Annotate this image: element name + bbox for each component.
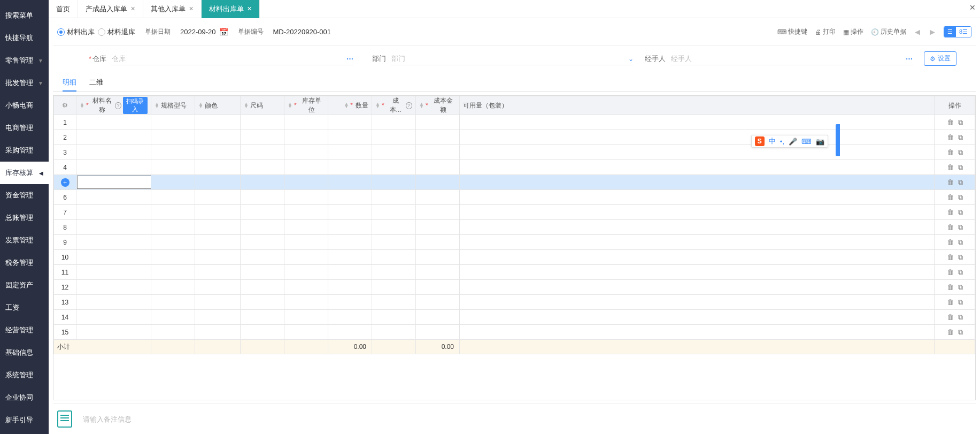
tab[interactable]: 产成品入库单✕ — [78, 0, 143, 18]
delete-icon[interactable]: 🗑 — [947, 253, 954, 261]
sort-icon[interactable]: ▲▼ — [244, 103, 249, 108]
delete-icon[interactable]: 🗑 — [947, 178, 954, 186]
ime-toolbar[interactable]: S 中 •, 🎤 ⌨ 📷 — [751, 135, 828, 148]
settings-button[interactable]: ⚙设置 — [924, 51, 956, 66]
copy-icon[interactable]: ⧉ — [958, 283, 963, 292]
subtab-detail[interactable]: 明细 — [63, 74, 76, 92]
copy-icon[interactable]: ⧉ — [958, 163, 963, 172]
table-row[interactable]: 10🗑⧉ — [54, 250, 975, 265]
table-row[interactable]: 9🗑⧉ — [54, 235, 975, 250]
copy-icon[interactable]: ⧉ — [958, 223, 963, 232]
table-row[interactable]: 11🗑⧉ — [54, 265, 975, 280]
delete-icon[interactable]: 🗑 — [947, 223, 954, 231]
sidebar-item[interactable]: 资金管理 — [0, 184, 49, 207]
copy-icon[interactable]: ⧉ — [958, 148, 963, 157]
copy-icon[interactable]: ⧉ — [958, 328, 963, 337]
help-icon[interactable]: ? — [115, 102, 121, 109]
sidebar-item[interactable]: 固定资产 — [0, 274, 49, 296]
gear-column-header[interactable]: ⚙ — [54, 96, 76, 115]
sidebar-item[interactable]: 搜索菜单 — [0, 4, 49, 27]
table-row[interactable]: 6🗑⧉ — [54, 190, 975, 205]
sidebar-item[interactable]: 新手引导 — [0, 409, 49, 431]
sidebar-item[interactable]: 零售管理▼ — [0, 49, 49, 72]
add-row-icon[interactable]: + — [61, 178, 70, 187]
sidebar-item[interactable]: 采购管理 — [0, 139, 49, 162]
copy-icon[interactable]: ⧉ — [958, 133, 963, 142]
sidebar-item[interactable]: 批发管理▼ — [0, 72, 49, 94]
copy-icon[interactable]: ⧉ — [958, 313, 963, 322]
ime-ocr-icon[interactable]: 📷 — [816, 138, 824, 146]
sort-icon[interactable]: ▲▼ — [419, 103, 424, 108]
subtab-two-d[interactable]: 二维 — [89, 74, 103, 92]
table-row[interactable]: +🗑⧉ — [54, 175, 975, 190]
warehouse-input[interactable] — [111, 52, 354, 65]
table-row[interactable]: 4🗑⧉ — [54, 160, 975, 175]
operate-button[interactable]: ▦操作 — [843, 27, 863, 36]
calendar-icon[interactable]: 📅 — [219, 28, 228, 36]
delete-icon[interactable]: 🗑 — [947, 118, 954, 126]
dept-input[interactable] — [390, 52, 634, 65]
more-icon[interactable]: ⋯ — [906, 55, 913, 63]
ime-side-tab[interactable] — [836, 124, 840, 156]
delete-icon[interactable]: 🗑 — [947, 238, 954, 246]
radio-material-return[interactable]: 材料退库 — [98, 27, 135, 37]
scan-tag[interactable]: 扫码录入 — [123, 97, 148, 114]
next-doc-icon[interactable]: ▶ — [929, 28, 936, 36]
sidebar-item[interactable]: 库存核算◀ — [0, 162, 49, 184]
copy-icon[interactable]: ⧉ — [958, 238, 963, 247]
prev-doc-icon[interactable]: ◀ — [914, 28, 921, 36]
delete-icon[interactable]: 🗑 — [947, 268, 954, 276]
table-row[interactable]: 15🗑⧉ — [54, 325, 975, 340]
copy-icon[interactable]: ⧉ — [958, 298, 963, 307]
copy-icon[interactable]: ⧉ — [958, 193, 963, 202]
close-all-icon[interactable]: ✕ — [969, 3, 976, 12]
copy-icon[interactable]: ⧉ — [958, 253, 963, 262]
history-button[interactable]: 🕘历史单据 — [871, 27, 906, 36]
view-list-button[interactable]: ☰ — [944, 27, 956, 37]
cell-input[interactable] — [77, 176, 151, 189]
sort-icon[interactable]: ▲▼ — [80, 103, 84, 108]
copy-icon[interactable]: ⧉ — [958, 268, 963, 277]
ime-voice-icon[interactable]: 🎤 — [789, 138, 797, 146]
close-icon[interactable]: ✕ — [130, 5, 135, 12]
ime-keyboard-icon[interactable]: ⌨ — [801, 138, 812, 146]
radio-material-out[interactable]: 材料出库 — [57, 27, 95, 37]
sort-icon[interactable]: ▲▼ — [288, 103, 292, 108]
tab[interactable]: 首页 — [49, 0, 78, 18]
copy-icon[interactable]: ⧉ — [958, 118, 963, 127]
sidebar-item[interactable]: 企业协同 — [0, 386, 49, 409]
print-button[interactable]: 🖨打印 — [815, 27, 836, 36]
sidebar-item[interactable]: 税务管理 — [0, 252, 49, 274]
delete-icon[interactable]: 🗑 — [947, 148, 954, 156]
sidebar-item[interactable]: 经营管理 — [0, 319, 49, 341]
delete-icon[interactable]: 🗑 — [947, 133, 954, 141]
delete-icon[interactable]: 🗑 — [947, 283, 954, 291]
sidebar-item[interactable]: 基础信息 — [0, 341, 49, 364]
table-row[interactable]: 13🗑⧉ — [54, 295, 975, 310]
table-row[interactable]: 7🗑⧉ — [54, 205, 975, 220]
date-picker[interactable]: 2022-09-20 📅 — [180, 28, 228, 36]
ime-punct[interactable]: •, — [780, 138, 784, 146]
delete-icon[interactable]: 🗑 — [947, 313, 954, 321]
copy-icon[interactable]: ⧉ — [958, 178, 963, 187]
table-row[interactable]: 8🗑⧉ — [54, 220, 975, 235]
view-card-button[interactable]: 8☰ — [956, 27, 971, 37]
delete-icon[interactable]: 🗑 — [947, 208, 954, 216]
remark-input[interactable] — [83, 415, 971, 423]
delete-icon[interactable]: 🗑 — [947, 193, 954, 201]
close-icon[interactable]: ✕ — [247, 5, 252, 12]
sidebar-item[interactable]: 小畅电商 — [0, 94, 49, 117]
ime-lang[interactable]: 中 — [769, 136, 776, 146]
tab[interactable]: 材料出库单✕ — [202, 0, 260, 18]
delete-icon[interactable]: 🗑 — [947, 163, 954, 171]
table-row[interactable]: 14🗑⧉ — [54, 310, 975, 325]
sidebar-item[interactable]: 系统管理 — [0, 364, 49, 386]
sort-icon[interactable]: ▲▼ — [375, 103, 380, 108]
delete-icon[interactable]: 🗑 — [947, 328, 954, 336]
delete-icon[interactable]: 🗑 — [947, 298, 954, 306]
sidebar-item[interactable]: 电商管理 — [0, 117, 49, 139]
chevron-down-icon[interactable]: ⌄ — [628, 55, 634, 63]
handler-input[interactable] — [670, 52, 913, 65]
sidebar-item[interactable]: 快捷导航 — [0, 27, 49, 49]
sidebar-item[interactable]: 发票管理 — [0, 229, 49, 252]
